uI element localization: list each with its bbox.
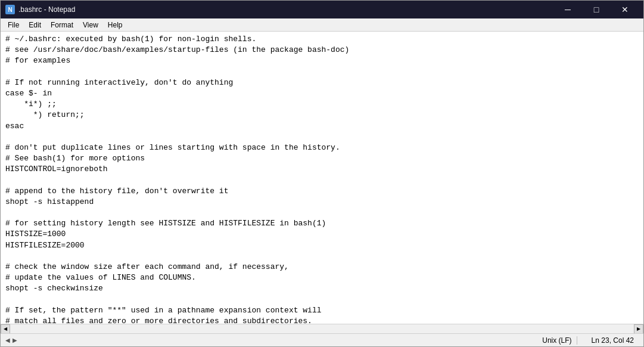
editor-container xyxy=(1,32,643,324)
encoding-status: Unix (LF) xyxy=(537,336,577,345)
notepad-window: N .bashrc - Notepad ─ □ ✕ File Edit Form… xyxy=(0,0,644,347)
scroll-left-arrow[interactable]: ◀ xyxy=(5,337,10,343)
scroll-right-button[interactable]: ▶ xyxy=(634,324,643,334)
status-left: ◀ ▶ xyxy=(5,337,17,343)
menu-bar: File Edit Format View Help xyxy=(1,18,643,32)
title-bar-left: N .bashrc - Notepad xyxy=(5,5,75,14)
horizontal-scrollbar: ◀ ▶ xyxy=(1,324,643,333)
status-bar: ◀ ▶ Unix (LF) Ln 23, Col 42 xyxy=(1,333,643,346)
menu-format[interactable]: Format xyxy=(46,20,78,30)
menu-help[interactable]: Help xyxy=(103,20,127,30)
scroll-left-button[interactable]: ◀ xyxy=(1,324,10,334)
title-bar-controls: ─ □ ✕ xyxy=(554,1,639,18)
status-right: Unix (LF) Ln 23, Col 42 xyxy=(537,336,639,345)
title-bar: N .bashrc - Notepad ─ □ ✕ xyxy=(1,1,643,18)
scroll-right-arrow[interactable]: ▶ xyxy=(13,337,17,343)
menu-view[interactable]: View xyxy=(78,20,103,30)
close-button[interactable]: ✕ xyxy=(611,1,639,18)
app-icon: N xyxy=(5,5,15,14)
app-icon-text: N xyxy=(8,7,12,13)
minimize-button[interactable]: ─ xyxy=(554,1,581,18)
window-title: .bashrc - Notepad xyxy=(18,5,75,14)
cursor-position-status: Ln 23, Col 42 xyxy=(587,336,639,345)
scroll-track[interactable] xyxy=(10,324,634,334)
restore-button[interactable]: □ xyxy=(583,1,610,18)
text-editor[interactable] xyxy=(1,32,643,324)
menu-file[interactable]: File xyxy=(3,20,24,30)
menu-edit[interactable]: Edit xyxy=(24,20,46,30)
